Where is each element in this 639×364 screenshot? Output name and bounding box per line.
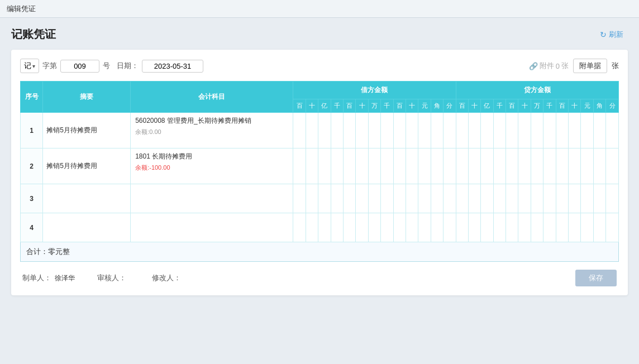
summary-cell-3[interactable] <box>43 213 131 242</box>
credit-digit-1-0[interactable] <box>456 149 468 184</box>
credit-digit-3-4[interactable] <box>506 213 518 242</box>
credit-digit-3-5[interactable] <box>518 213 531 242</box>
account-cell-3[interactable] <box>131 213 293 242</box>
debit-digit-0-10[interactable] <box>418 113 431 149</box>
credit-digit-1-9[interactable] <box>569 149 581 184</box>
debit-digit-2-11[interactable] <box>431 184 443 213</box>
debit-digit-2-0[interactable] <box>293 184 306 213</box>
attachment-link[interactable]: 🔗 附件 0 张 <box>529 61 569 71</box>
credit-digit-0-8[interactable] <box>556 113 568 149</box>
summary-cell-2[interactable] <box>43 184 131 213</box>
summary-cell-0[interactable]: 摊销5月待摊费用 <box>43 113 131 149</box>
save-button[interactable]: 保存 <box>575 270 617 286</box>
debit-digit-1-3[interactable] <box>331 149 343 184</box>
debit-digit-3-5[interactable] <box>356 213 368 242</box>
voucher-number-input[interactable] <box>60 60 99 73</box>
debit-digit-2-2[interactable] <box>318 184 331 213</box>
credit-digit-0-1[interactable] <box>468 113 480 149</box>
credit-digit-2-9[interactable] <box>569 184 581 213</box>
credit-digit-1-1[interactable] <box>468 149 480 184</box>
credit-digit-2-0[interactable] <box>456 184 468 213</box>
credit-digit-0-3[interactable] <box>493 113 506 149</box>
debit-digit-0-12[interactable] <box>444 113 456 149</box>
debit-digit-1-8[interactable] <box>393 149 406 184</box>
credit-digit-1-3[interactable] <box>493 149 506 184</box>
credit-digit-2-3[interactable] <box>493 184 506 213</box>
credit-digit-0-11[interactable] <box>593 113 605 149</box>
debit-digit-0-1[interactable] <box>306 113 318 149</box>
account-cell-2[interactable] <box>131 184 293 213</box>
credit-digit-3-9[interactable] <box>569 213 581 242</box>
debit-digit-0-6[interactable] <box>368 113 380 149</box>
credit-digit-0-7[interactable] <box>543 113 556 149</box>
debit-digit-0-0[interactable] <box>293 113 306 149</box>
debit-digit-0-4[interactable] <box>343 113 355 149</box>
debit-digit-1-10[interactable] <box>418 149 431 184</box>
debit-digit-1-2[interactable] <box>318 149 331 184</box>
credit-digit-3-8[interactable] <box>556 213 568 242</box>
debit-digit-3-1[interactable] <box>306 213 318 242</box>
debit-digit-0-9[interactable] <box>406 113 418 149</box>
credit-digit-0-9[interactable] <box>569 113 581 149</box>
credit-digit-1-2[interactable] <box>481 149 493 184</box>
debit-digit-0-2[interactable] <box>318 113 331 149</box>
debit-digit-3-11[interactable] <box>431 213 443 242</box>
credit-digit-2-11[interactable] <box>593 184 605 213</box>
debit-digit-2-1[interactable] <box>306 184 318 213</box>
account-cell-1[interactable]: 1801 长期待摊费用余额:-100.00 <box>131 149 293 184</box>
debit-digit-2-6[interactable] <box>368 184 380 213</box>
credit-digit-1-4[interactable] <box>506 149 518 184</box>
credit-digit-0-6[interactable] <box>531 113 543 149</box>
debit-digit-2-12[interactable] <box>444 184 456 213</box>
credit-digit-1-6[interactable] <box>531 149 543 184</box>
credit-digit-0-4[interactable] <box>506 113 518 149</box>
debit-digit-3-8[interactable] <box>393 213 406 242</box>
credit-digit-3-6[interactable] <box>531 213 543 242</box>
seq-cell-3[interactable]: 4 <box>21 213 43 242</box>
summary-cell-1[interactable]: 摊销5月待摊费用 <box>43 149 131 184</box>
credit-digit-1-11[interactable] <box>593 149 605 184</box>
credit-digit-0-10[interactable] <box>581 113 593 149</box>
debit-digit-3-6[interactable] <box>368 213 380 242</box>
credit-digit-2-12[interactable] <box>606 184 619 213</box>
debit-digit-2-4[interactable] <box>343 184 355 213</box>
account-cell-0[interactable]: 56020008 管理费用_长期待摊费用摊销余额:0.00 <box>131 113 293 149</box>
debit-digit-3-10[interactable] <box>418 213 431 242</box>
credit-digit-3-2[interactable] <box>481 213 493 242</box>
debit-digit-3-0[interactable] <box>293 213 306 242</box>
debit-digit-3-2[interactable] <box>318 213 331 242</box>
credit-digit-2-2[interactable] <box>481 184 493 213</box>
debit-digit-1-7[interactable] <box>381 149 393 184</box>
debit-digit-3-3[interactable] <box>331 213 343 242</box>
credit-digit-3-0[interactable] <box>456 213 468 242</box>
debit-digit-1-9[interactable] <box>406 149 418 184</box>
debit-digit-2-5[interactable] <box>356 184 368 213</box>
attachment-list-button[interactable]: 附单据 <box>573 59 607 73</box>
debit-digit-3-12[interactable] <box>444 213 456 242</box>
debit-digit-2-7[interactable] <box>381 184 393 213</box>
voucher-type-select[interactable]: 记 ▾ <box>20 59 39 73</box>
credit-digit-1-7[interactable] <box>543 149 556 184</box>
seq-cell-2[interactable]: 3 <box>21 184 43 213</box>
debit-digit-2-3[interactable] <box>331 184 343 213</box>
credit-digit-3-10[interactable] <box>581 213 593 242</box>
credit-digit-1-5[interactable] <box>518 149 531 184</box>
debit-digit-2-9[interactable] <box>406 184 418 213</box>
credit-digit-0-5[interactable] <box>518 113 531 149</box>
debit-digit-3-9[interactable] <box>406 213 418 242</box>
credit-digit-3-11[interactable] <box>593 213 605 242</box>
credit-digit-2-1[interactable] <box>468 184 480 213</box>
debit-digit-0-11[interactable] <box>431 113 443 149</box>
debit-digit-3-4[interactable] <box>343 213 355 242</box>
debit-digit-1-5[interactable] <box>356 149 368 184</box>
refresh-button[interactable]: ↻ 刷新 <box>595 27 628 42</box>
credit-digit-2-6[interactable] <box>531 184 543 213</box>
seq-cell-0[interactable]: 1 <box>21 113 43 149</box>
seq-cell-1[interactable]: 2 <box>21 149 43 184</box>
debit-digit-1-1[interactable] <box>306 149 318 184</box>
credit-digit-3-3[interactable] <box>493 213 506 242</box>
credit-digit-2-4[interactable] <box>506 184 518 213</box>
credit-digit-1-12[interactable] <box>606 149 619 184</box>
debit-digit-1-0[interactable] <box>293 149 306 184</box>
debit-digit-2-10[interactable] <box>418 184 431 213</box>
